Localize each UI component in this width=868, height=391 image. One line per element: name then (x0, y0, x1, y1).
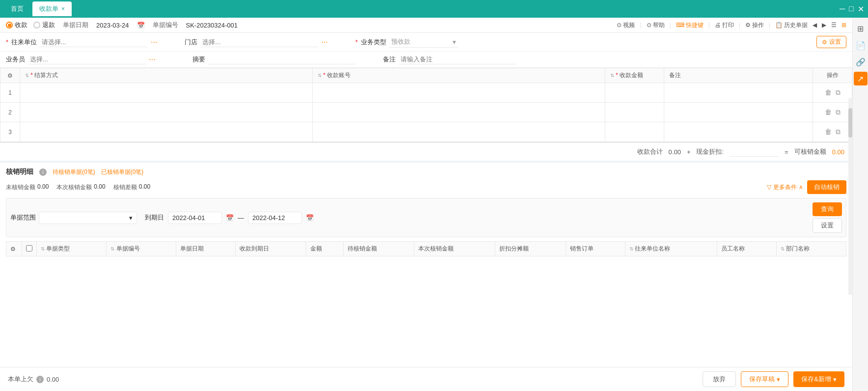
sort-icon-3[interactable]: ⇅ (610, 73, 614, 78)
data-table-section: ⚙ ⇅ * 结算方式 ⇅ * 收款账号 (0, 68, 852, 142)
scrollbar[interactable] (848, 98, 852, 295)
video-btn[interactable]: ⊙ 视频 (617, 21, 635, 29)
save-arrow-icon[interactable]: ▾ (833, 376, 837, 383)
employee-field: 业务员 ··· (6, 55, 155, 64)
cell-settle-1[interactable] (20, 83, 313, 103)
store-more-btn[interactable]: ··· (321, 38, 327, 47)
date-range-field: 到期日 📅 — 📅 (145, 212, 314, 224)
employee-input[interactable] (28, 55, 146, 64)
current-stat: 本次核销金额 0.00 (56, 183, 105, 192)
more-filter-btn[interactable]: ▽ 更多条件 ∧ (767, 183, 803, 192)
setting-button[interactable]: ⚙ 设置 (816, 36, 846, 48)
cell-remark-3[interactable] (664, 122, 813, 142)
col-settings-2[interactable]: ⚙ (6, 242, 22, 256)
form-row-2: 业务员 ··· 摘要 备注 (0, 52, 852, 68)
verify-stats: 未核销金额 0.00 本次核销金额 0.00 核销差额 0.00 ▽ (6, 180, 846, 194)
col-amount: 金额 (306, 242, 343, 256)
employee-label: 业务员 (6, 55, 25, 64)
range-select[interactable]: ▾ (39, 212, 137, 224)
biz-type-select[interactable]: 预收款 ▾ (389, 36, 458, 48)
cell-account-2[interactable] (312, 103, 605, 122)
date-to-input[interactable] (248, 212, 302, 224)
calendar-icon-3[interactable]: 📅 (306, 214, 314, 222)
draft-btn[interactable]: 保存草稿 ▾ (741, 371, 788, 387)
shortcut-btn[interactable]: ⌨ 快捷键 (676, 21, 704, 29)
close-window-icon[interactable]: ✕ (858, 4, 864, 14)
delete-icon-2[interactable]: 🗑 (825, 108, 832, 116)
tab-receipt[interactable]: 收款单 × (32, 1, 72, 16)
cell-amount-2[interactable] (605, 103, 664, 122)
save-btn[interactable]: 保存&新增 ▾ (793, 371, 844, 387)
nav-prev-icon[interactable]: ◀ (813, 22, 817, 28)
copy-icon-2[interactable]: ⧉ (836, 108, 841, 116)
sort-icon[interactable]: ⇅ (25, 73, 29, 78)
col-counterpart-name: ⇅ 往来单位名称 (625, 242, 717, 256)
range-label: 单据范围 (10, 213, 36, 222)
store-input[interactable] (200, 37, 318, 47)
operation-btn[interactable]: ⚙ 操作 (745, 21, 764, 29)
cell-remark-1[interactable] (664, 83, 813, 103)
tab-close-icon[interactable]: × (61, 5, 65, 12)
print-btn[interactable]: 🖨 打印 (715, 21, 734, 29)
sidebar-table-icon[interactable]: ⊞ (854, 22, 868, 35)
query-btn[interactable]: 查询 (813, 202, 842, 216)
delete-icon-1[interactable]: 🗑 (825, 88, 832, 97)
cell-settle-2[interactable] (20, 103, 313, 122)
tab-home[interactable]: 首页 (4, 1, 30, 16)
counterpart-input[interactable] (40, 37, 148, 47)
calendar-icon[interactable]: 📅 (137, 22, 145, 29)
sidebar-link-icon[interactable]: 🔗 (854, 55, 868, 69)
date-separator: — (238, 214, 244, 222)
delete-icon-3[interactable]: 🗑 (825, 128, 832, 136)
select-all-checkbox[interactable] (26, 245, 32, 251)
cell-amount-1[interactable] (605, 83, 664, 103)
minimize-icon[interactable]: ─ (840, 4, 845, 14)
range-field: 单据范围 ▾ (10, 212, 137, 224)
auto-verify-btn[interactable]: 自动核销 (807, 180, 846, 194)
table-settings-icon[interactable]: ⚙ (7, 72, 13, 79)
discard-btn[interactable]: 放弃 (703, 371, 736, 387)
employee-more-btn[interactable]: ··· (149, 55, 155, 64)
draft-arrow-icon[interactable]: ▾ (777, 376, 780, 383)
col-doc-no: ⇅ 单据编号 (107, 242, 176, 256)
cell-settle-3[interactable] (20, 122, 313, 142)
filter-actions: ▽ 更多条件 ∧ 自动核销 (767, 180, 846, 194)
receipt-radio[interactable]: 收款 (6, 21, 27, 29)
scrollbar-thumb[interactable] (848, 108, 852, 138)
done-tab[interactable]: 已核销单据(0笔) (101, 168, 144, 176)
footer: 本单上欠 i 0.00 放弃 保存草稿 ▾ 保存&新增 ▾ (0, 367, 852, 391)
nav-next-icon[interactable]: ▶ (822, 22, 826, 28)
counterpart-more-btn[interactable]: ··· (151, 38, 157, 47)
cell-amount-3[interactable] (605, 122, 664, 142)
history-btn[interactable]: 📋 历史单据 (775, 21, 808, 29)
grid-view-icon[interactable]: ⊞ (841, 22, 846, 28)
summary-input[interactable] (208, 55, 355, 64)
cell-remark-2[interactable] (664, 103, 813, 122)
help-btn[interactable]: ⊙ 帮助 (647, 21, 665, 29)
calendar-icon-2[interactable]: 📅 (226, 214, 234, 222)
refund-radio[interactable]: 退款 (33, 21, 55, 29)
info-icon[interactable]: i (39, 168, 47, 176)
filter-setting-btn[interactable]: 设置 (813, 218, 842, 233)
sidebar-active-icon[interactable]: ↗ (854, 72, 868, 85)
sort-icon-2[interactable]: ⇅ (318, 73, 322, 78)
sidebar-doc-icon[interactable]: 📄 (854, 38, 868, 52)
cell-account-1[interactable] (312, 83, 605, 103)
counterpart-label: 往来单位 (11, 38, 37, 47)
filter-icon: ▽ (767, 184, 771, 191)
counterpart-field: * 往来单位 ··· (6, 37, 157, 47)
maximize-icon[interactable]: □ (849, 4, 854, 14)
col-settings[interactable]: ⚙ (0, 68, 20, 83)
copy-icon-3[interactable]: ⧉ (836, 128, 841, 136)
gear-icon: ⚙ (822, 39, 827, 46)
remark-input[interactable] (399, 55, 516, 64)
balance-info-icon[interactable]: i (36, 376, 44, 383)
summary-row: 收款合计 0.00 + 现金折扣: = 可核销金额 0.00 (0, 142, 852, 161)
list-view-icon[interactable]: ☰ (831, 22, 837, 28)
pending-tab[interactable]: 待核销单据(0笔) (53, 168, 95, 176)
date-from-input[interactable] (168, 212, 222, 224)
cell-account-3[interactable] (312, 122, 605, 142)
doc-no-label: 单据编号 (153, 21, 178, 29)
discount-input[interactable] (730, 147, 779, 157)
copy-icon-1[interactable]: ⧉ (836, 88, 841, 97)
